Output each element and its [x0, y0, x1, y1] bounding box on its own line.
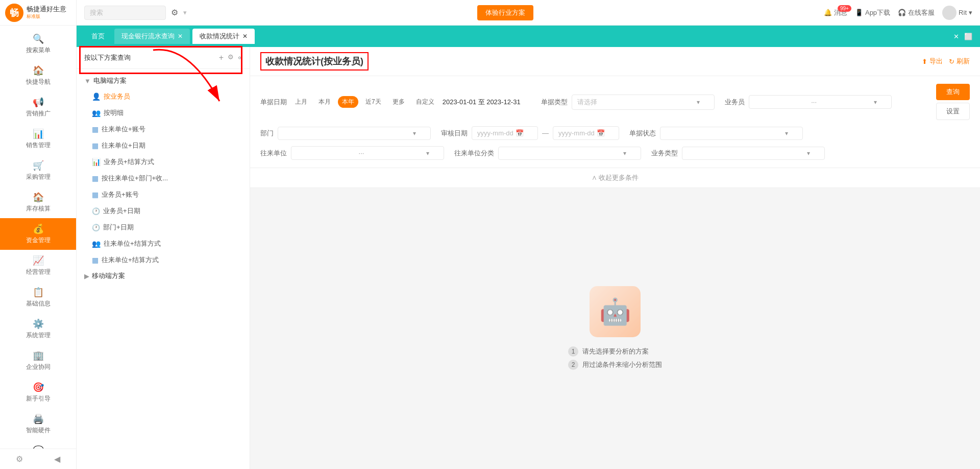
- online-service-btn[interactable]: 🎧 在线客服: [898, 8, 935, 17]
- sidebar-item-purchase[interactable]: 🛒 采购管理: [0, 155, 76, 186]
- sidebar-item-finance[interactable]: 💰 资金管理: [0, 218, 76, 250]
- tree-item-unit-account[interactable]: ▦ 往来单位+账号: [77, 121, 250, 137]
- filter-area: 单据日期 上月 本月 本年 近7天 更多 自定义 2023-01-01 至: [250, 76, 980, 168]
- header-search[interactable]: 搜索: [84, 6, 166, 20]
- step1-number: 1: [568, 346, 578, 357]
- date-this-month-btn[interactable]: 本月: [314, 96, 335, 108]
- sidebar-item-quick-nav[interactable]: 🏠 快捷导航: [0, 60, 76, 91]
- unit-dept-collect-icon: ▦: [92, 174, 99, 182]
- messages-btn[interactable]: 🔔 消息 99+: [824, 8, 847, 17]
- avatar: [942, 6, 957, 20]
- sidebar-item-system[interactable]: ⚙️ 系统管理: [0, 313, 76, 345]
- tree-item-unit-date[interactable]: ▦ 往来单位+日期: [77, 137, 250, 154]
- trial-button[interactable]: 体验行业方案: [477, 5, 533, 20]
- scheme-settings-icon[interactable]: ⚙: [228, 53, 234, 62]
- close-window-icon[interactable]: ✕: [953, 33, 959, 40]
- header-gear-icon[interactable]: ⚙: [171, 8, 178, 17]
- tree-item-sales-settlement[interactable]: 📊 业务员+结算方式: [77, 154, 250, 170]
- voucher-status-select[interactable]: ▾: [660, 127, 803, 140]
- step2-number: 2: [568, 360, 578, 370]
- app-download-btn[interactable]: 📱 App下载: [855, 8, 890, 17]
- main-area: 搜索 ⚙ ▾ 体验行业方案 🔔 消息 99+ 📱 App下载 🎧 在线客服 Ri…: [77, 0, 980, 469]
- tree-item-unit-dept-collect[interactable]: ▦ 按往来单位+部门+收...: [77, 170, 250, 186]
- set-button[interactable]: 设置: [936, 103, 970, 120]
- collection-stats-close-icon[interactable]: ✕: [242, 33, 248, 40]
- date-options: 上月 本月 本年 近7天 更多 自定义: [291, 96, 438, 108]
- calendar2-icon: 📅: [597, 129, 605, 137]
- voucher-type-select[interactable]: 请选择 ▾: [572, 95, 715, 110]
- counterparty-type-select[interactable]: ▾: [498, 147, 641, 160]
- sidebar-item-marketing[interactable]: 📢 营销推广: [0, 91, 76, 123]
- wechat-icon: 💬: [33, 445, 44, 449]
- sidebar-item-inventory[interactable]: 🏠 库存核算: [0, 186, 76, 218]
- filter-voucher-status-item: 单据状态 ▾: [629, 127, 803, 140]
- home-tab-label: 首页: [91, 32, 105, 41]
- tree-item-by-salesperson[interactable]: 👤 按业务员: [77, 88, 250, 105]
- sidebar-label-operation: 经营管理: [26, 268, 51, 276]
- sidebar-label-enterprise: 企业协同: [26, 363, 51, 371]
- sidebar-item-wechat[interactable]: 💬 企业微信: [0, 440, 76, 449]
- tree-item-sales-account[interactable]: ▦ 业务员+账号: [77, 186, 250, 203]
- filter-dept-item: 部门 ▾: [260, 127, 431, 140]
- sidebar-item-operation[interactable]: 📈 经营管理: [0, 250, 76, 282]
- sidebar-item-basic-info[interactable]: 📋 基础信息: [0, 282, 76, 313]
- tree-item-unit-settlement2[interactable]: ▦ 往来单位+结算方式: [77, 252, 250, 268]
- tree-item-unit-settlement[interactable]: 👥 往来单位+结算方式: [77, 236, 250, 252]
- tree-item-dept-date[interactable]: 🕐 部门+日期: [77, 219, 250, 236]
- clock2-icon: 🕐: [92, 224, 100, 231]
- tab-home[interactable]: 首页: [84, 29, 112, 44]
- more-dots-counterparty[interactable]: ···: [359, 149, 364, 157]
- filter-salesperson-item: 业务员 ··· ▾: [725, 95, 892, 109]
- review-end-placeholder: yyyy-mm-dd: [558, 129, 595, 137]
- tree-item-by-salesperson-label: 按业务员: [104, 92, 130, 101]
- tree-group-desktop-header[interactable]: ▼ 电脑端方案: [77, 73, 250, 88]
- tree-group-desktop: ▼ 电脑端方案 👤 按业务员 👥 按明细 ▦ 往来单位+账号: [77, 73, 250, 268]
- tree-item-sales-account-label: 业务员+账号: [102, 190, 139, 199]
- step1-text: 请先选择要分析的方案: [582, 345, 649, 358]
- date-range-display: 2023-01-01 至 2023-12-31: [443, 98, 521, 107]
- counterparty-select[interactable]: ··· ▾: [291, 146, 444, 160]
- sidebar-item-smart-hw[interactable]: 🖨️ 智能硬件: [0, 408, 76, 440]
- tree-item-sales-date[interactable]: 🕐 业务员+日期: [77, 203, 250, 219]
- tab-collection-stats[interactable]: 收款情况统计 ✕: [192, 29, 255, 44]
- user-info[interactable]: Rit ▾: [942, 6, 972, 20]
- sidebar-item-sales[interactable]: 📊 销售管理: [0, 123, 76, 155]
- tab-bank-flow[interactable]: 现金银行流水查询 ✕: [114, 29, 190, 44]
- page-header-actions: ⬆ 导出 ↻ 刷新: [922, 57, 970, 66]
- sidebar-settings-btn[interactable]: ⚙: [16, 454, 23, 464]
- app-download-label: App下载: [865, 8, 890, 17]
- maximize-window-icon[interactable]: ⬜: [964, 33, 972, 40]
- detail-icon: 👥: [92, 109, 101, 117]
- unit-settlement2-icon: ▦: [92, 256, 99, 264]
- date-last-7-days-btn[interactable]: 近7天: [361, 96, 385, 108]
- refresh-button[interactable]: ↻ 刷新: [949, 57, 970, 66]
- date-custom-btn[interactable]: 自定义: [412, 96, 438, 108]
- review-date-end-input[interactable]: yyyy-mm-dd 📅: [553, 126, 619, 140]
- voucher-type-chevron-icon: ▾: [697, 99, 700, 106]
- unit-account-icon: ▦: [92, 125, 99, 133]
- export-button[interactable]: ⬆ 导出: [922, 57, 943, 66]
- more-dots-salesperson[interactable]: ···: [811, 98, 817, 106]
- content-area: 按以下方案查询 + ⚙ « ▼ 电脑端方案 👤 按业务员: [77, 47, 980, 469]
- add-scheme-icon[interactable]: +: [219, 53, 224, 62]
- sidebar-item-search-menu[interactable]: 🔍 搜索菜单: [0, 28, 76, 60]
- date-last-month-btn[interactable]: 上月: [291, 96, 311, 108]
- review-date-start-input[interactable]: yyyy-mm-dd 📅: [472, 126, 538, 140]
- query-button[interactable]: 查询: [936, 84, 970, 100]
- sidebar-collapse-btn[interactable]: ◀: [54, 454, 60, 464]
- step2-text: 用过滤条件来缩小分析范围: [582, 358, 662, 371]
- tree-item-by-detail[interactable]: 👥 按明细: [77, 105, 250, 121]
- dept-select[interactable]: ▾: [278, 127, 431, 140]
- business-type-select[interactable]: ▾: [682, 147, 825, 160]
- tree-group-mobile-header[interactable]: ▶ 移动端方案: [77, 268, 250, 284]
- sidebar-item-guide[interactable]: 🎯 新手引导: [0, 377, 76, 408]
- date-more-btn[interactable]: 更多: [388, 96, 409, 108]
- sidebar-item-enterprise[interactable]: 🏢 企业协同: [0, 345, 76, 377]
- date-this-year-btn[interactable]: 本年: [338, 96, 358, 108]
- collapse-bar[interactable]: ∧ 收起更多条件: [250, 168, 980, 188]
- finance-icon: 💰: [33, 223, 44, 235]
- review-start-placeholder: yyyy-mm-dd: [477, 129, 513, 137]
- salesperson-select[interactable]: ··· ▾: [749, 95, 892, 109]
- scheme-collapse-icon[interactable]: «: [238, 53, 242, 62]
- bank-flow-close-icon[interactable]: ✕: [178, 33, 183, 40]
